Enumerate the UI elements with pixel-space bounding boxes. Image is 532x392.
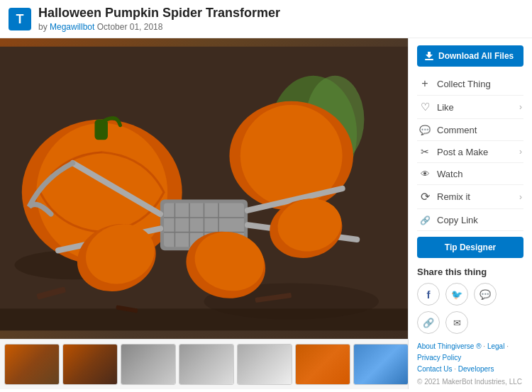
remix-action[interactable]: Remix it › [417,185,523,209]
whatsapp-share-button[interactable]: 💬 [474,283,497,306]
comment-action[interactable]: Comment [417,119,523,141]
watch-label: Watch [437,169,522,179]
email-icon: ✉ [453,318,461,328]
facebook-icon: f [427,289,431,301]
left-panel [0,38,408,389]
share-title: Share this thing [417,267,523,277]
developers-link[interactable]: Developers [458,365,494,373]
thumbnail-4[interactable] [179,344,234,385]
eye-icon [419,168,431,179]
email-share-button[interactable]: ✉ [445,311,468,334]
thumbnail-5[interactable] [237,344,292,385]
top-bar: T Halloween Pumpkin Spider Transformer b… [0,0,532,38]
copy-link-label: Copy Link [437,215,522,225]
copyright: © 2021 MakerBot Industries, LLC [417,376,523,388]
share-section: Share this thing f 🐦 💬 🔗 ✉ [417,267,523,334]
twitter-icon: 🐦 [451,289,462,300]
svg-text:T: T [16,12,24,26]
twitter-share-button[interactable]: 🐦 [445,283,468,306]
copy-link-action[interactable]: Copy Link [417,209,523,231]
thumbnail-3[interactable] [121,344,176,385]
like-action[interactable]: Like › [417,96,523,119]
scissors-icon [419,146,431,157]
comment-label: Comment [437,125,522,135]
comment-icon [419,124,431,135]
copy-url-button[interactable]: 🔗 [417,311,440,334]
title-area: Halloween Pumpkin Spider Transformer by … [38,6,280,32]
legal-link[interactable]: Legal [487,342,504,350]
heart-icon [419,101,431,113]
post-make-arrow: › [519,147,522,157]
remix-arrow: › [519,192,522,202]
share-icons-row: f 🐦 💬 🔗 ✉ [417,283,523,334]
download-label: Download All Files [438,51,514,61]
post-make-label: Post a Make [437,147,514,157]
plus-icon [419,77,431,90]
thumbnail-strip [0,339,408,389]
about-link[interactable]: About Thingiverse ® [417,342,483,350]
remix-icon [419,190,431,203]
thumbnail-6[interactable] [295,344,350,385]
main-image-container[interactable] [0,38,408,339]
footer-links: About Thingiverse ® · Legal · Privacy Po… [417,334,523,388]
like-label: Like [437,102,514,113]
thumbnail-2[interactable] [62,344,118,385]
collect-action[interactable]: Collect Thing [417,72,523,96]
watch-action[interactable]: Watch [417,163,523,185]
copy-url-icon: 🔗 [423,318,434,328]
link-icon [419,214,431,225]
page-title: Halloween Pumpkin Spider Transformer [38,6,280,21]
collect-label: Collect Thing [437,79,522,89]
facebook-share-button[interactable]: f [417,283,440,306]
whatsapp-icon: 💬 [480,289,491,300]
svg-rect-30 [0,308,408,330]
thumbnail-1[interactable] [4,344,60,385]
remix-label: Remix it [437,191,514,202]
like-arrow: › [519,102,522,112]
right-panel: Download All Files Collect Thing Like › … [408,38,532,389]
contact-link[interactable]: Contact Us [417,365,452,373]
privacy-link[interactable]: Privacy Policy [417,354,461,362]
svg-rect-34 [425,59,433,60]
post-date: October 01, 2018 [97,22,163,32]
tip-designer-button[interactable]: Tip Designer [417,237,523,258]
post-make-action[interactable]: Post a Make › [417,141,523,163]
logo: T [9,8,31,30]
thumbnail-7[interactable] [353,344,408,385]
download-button[interactable]: Download All Files [417,45,523,67]
author-link[interactable]: Megawillbot [50,22,94,32]
page-meta: by Megawillbot October 01, 2018 [38,22,280,32]
